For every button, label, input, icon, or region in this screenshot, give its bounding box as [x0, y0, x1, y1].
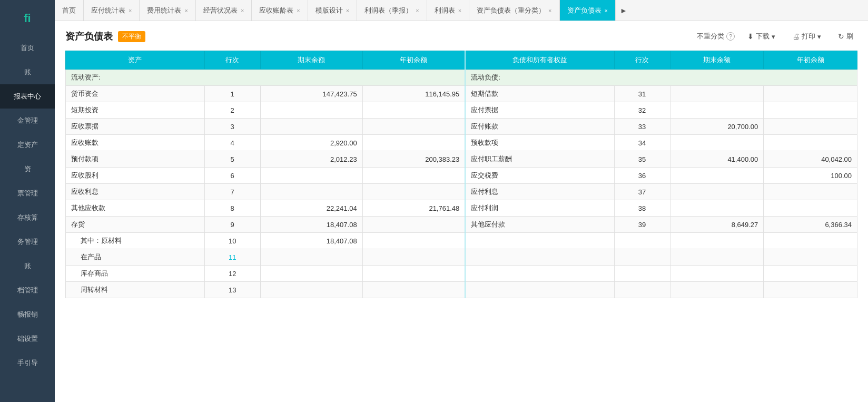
left-seq: 1 — [204, 86, 260, 102]
col-header-end-left: 期末余额 — [260, 51, 362, 70]
right-seq: 38 — [614, 200, 670, 217]
download-button[interactable]: ⬇ 下载 ▾ — [743, 30, 780, 43]
right-seq: 31 — [614, 86, 670, 102]
refresh-button[interactable]: ↻ 刷 — [834, 30, 857, 43]
sidebar-item-ledger[interactable]: 账 — [0, 254, 55, 278]
tab-close-icon[interactable]: × — [458, 7, 461, 14]
sidebar-item-account[interactable]: 账 — [0, 60, 55, 84]
page-title-area: 资产负债表 不平衡 — [65, 30, 145, 43]
balance-sheet-table: 资产 行次 期末余额 年初余额 负债和所有者权益 行次 期末余额 年初余额 流动… — [65, 51, 857, 298]
left-begin: 116,145.95 — [362, 86, 465, 102]
left-end: 22,241.04 — [260, 200, 362, 217]
col-header-seq-right: 行次 — [614, 51, 670, 70]
right-begin — [764, 233, 857, 249]
content-area: 资产负债表 不平衡 不重分类 ? ⬇ 下载 ▾ 🖨 打印 ▾ — [55, 21, 868, 402]
refresh-label: 刷 — [846, 32, 853, 41]
right-end — [670, 233, 764, 249]
tab-expense-stat[interactable]: 费用统计表 × — [140, 0, 195, 21]
tab-close-icon[interactable]: × — [346, 7, 349, 14]
download-arrow-icon: ▾ — [772, 33, 775, 41]
refresh-icon: ↻ — [838, 32, 844, 41]
tab-label: 应付统计表 — [91, 6, 125, 15]
left-end: 18,407.08 — [260, 233, 362, 249]
print-arrow-icon: ▾ — [817, 33, 821, 41]
tab-close-icon[interactable]: × — [241, 7, 244, 14]
print-button[interactable]: 🖨 打印 ▾ — [788, 30, 825, 43]
tab-label: 资产负债表（重分类） — [477, 6, 545, 15]
tab-profit-quarterly[interactable]: 利润表（季报） × — [357, 0, 427, 21]
help-icon[interactable]: ? — [726, 32, 735, 41]
right-end — [670, 282, 764, 298]
sidebar-item-home[interactable]: 首页 — [0, 36, 55, 60]
tab-accounts-payable-stat[interactable]: 应付统计表 × — [84, 0, 140, 21]
sidebar-item-inventory[interactable]: 存核算 — [0, 205, 55, 230]
left-end: 147,423.75 — [260, 86, 362, 102]
tab-close-icon[interactable]: × — [297, 7, 300, 14]
sidebar-item-business-mgmt[interactable]: 务管理 — [0, 230, 55, 254]
tab-close-icon[interactable]: × — [416, 7, 419, 14]
sidebar-item-expense[interactable]: 畅报销 — [0, 302, 55, 327]
right-name: 预收款项 — [465, 135, 614, 151]
right-end — [670, 184, 764, 200]
right-begin — [764, 282, 857, 298]
tab-next-arrow[interactable]: ► — [616, 0, 632, 21]
left-end — [260, 168, 362, 184]
tab-close-icon[interactable]: × — [129, 7, 132, 14]
sidebar-item-report-center[interactable]: 报表中心 — [0, 84, 55, 109]
tab-label: 应收账龄表 — [259, 6, 293, 15]
table-row: 其中：原材料 10 18,407.08 — [66, 233, 857, 249]
right-begin — [764, 184, 857, 200]
tab-balance-reclassified[interactable]: 资产负债表（重分类） × — [469, 0, 559, 21]
right-end — [670, 86, 764, 102]
right-name: 其他应付款 — [465, 217, 614, 233]
sidebar-item-archive-mgmt[interactable]: 档管理 — [0, 278, 55, 302]
right-begin: 40,042.00 — [764, 151, 857, 168]
right-end — [670, 135, 764, 151]
left-name: 应收票据 — [66, 119, 205, 135]
left-name: 货币资金 — [66, 86, 205, 102]
tab-operation-status[interactable]: 经营状况表 × — [196, 0, 252, 21]
tab-balance-sheet[interactable]: 资产负债表 × — [560, 0, 616, 21]
sidebar-item-assets[interactable]: 资 — [0, 157, 55, 181]
sidebar-item-fixed-assets[interactable]: 定资产 — [0, 133, 55, 157]
col-header-begin-right: 年初余额 — [764, 51, 857, 70]
left-end — [260, 249, 362, 266]
no-reclassify: 不重分类 ? — [697, 32, 735, 41]
right-seq: 32 — [614, 102, 670, 119]
left-begin — [362, 168, 465, 184]
right-end — [670, 249, 764, 266]
sidebar-item-bill-mgmt[interactable]: 票管理 — [0, 181, 55, 205]
sidebar: fi 首页 账 报表中心 金管理 定资产 资 票管理 存核算 务管理 账 档管理… — [0, 0, 55, 402]
left-seq: 12 — [204, 266, 260, 282]
left-seq: 10 — [204, 233, 260, 249]
tab-label: 模版设计 — [315, 6, 343, 15]
right-begin — [764, 102, 857, 119]
right-begin — [764, 266, 857, 282]
left-name: 短期投资 — [66, 102, 205, 119]
left-end — [260, 102, 362, 119]
sidebar-logo: fi — [24, 5, 31, 36]
sidebar-item-guide[interactable]: 手引导 — [0, 351, 55, 375]
sidebar-item-basic-settings[interactable]: 础设置 — [0, 327, 55, 351]
tab-label: 资产负债表 — [567, 6, 601, 15]
left-begin: 200,383.23 — [362, 151, 465, 168]
right-end: 8,649.27 — [670, 217, 764, 233]
tab-close-icon[interactable]: × — [184, 7, 188, 14]
col-header-end-right: 期末余额 — [670, 51, 764, 70]
tab-home[interactable]: 首页 — [55, 0, 84, 21]
left-seq: 4 — [204, 135, 260, 151]
left-begin — [362, 184, 465, 200]
tab-receivable-aging[interactable]: 应收账龄表 × — [252, 0, 308, 21]
tab-close-icon[interactable]: × — [605, 7, 608, 14]
table-row: 周转材料 13 — [66, 282, 857, 298]
sidebar-item-fund-mgmt[interactable]: 金管理 — [0, 109, 55, 133]
tab-profit[interactable]: 利润表 × — [427, 0, 469, 21]
tab-template-design[interactable]: 模版设计 × — [308, 0, 357, 21]
right-name: 应付利息 — [465, 184, 614, 200]
section-current-assets: 流动资产: 流动负债: — [66, 70, 857, 86]
print-label: 打印 — [802, 32, 815, 41]
tab-close-icon[interactable]: × — [548, 7, 551, 14]
left-end: 2,012.23 — [260, 151, 362, 168]
left-seq: 2 — [204, 102, 260, 119]
right-name: 短期借款 — [465, 86, 614, 102]
